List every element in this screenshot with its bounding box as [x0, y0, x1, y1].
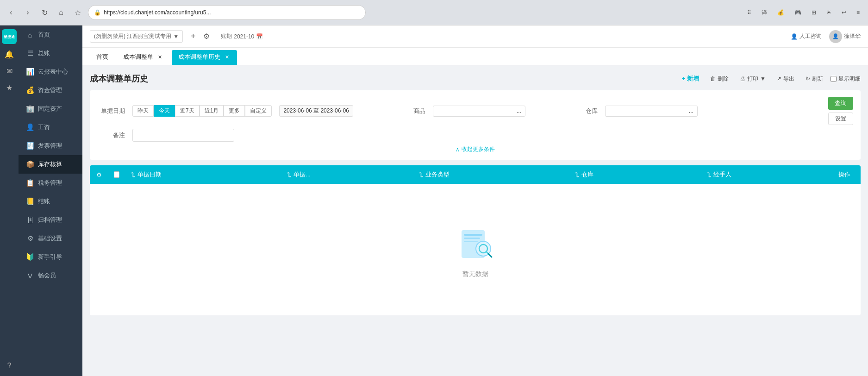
filter-row-remark: 备注 — [97, 129, 853, 142]
sidebar-label-tax: 税务管理 — [38, 179, 62, 187]
sort-warehouse-icon: ⇅ — [575, 171, 580, 178]
forward-button[interactable]: › — [21, 6, 34, 19]
th-num[interactable]: ⇅ 单据... — [281, 170, 413, 179]
sidebar-item-vip[interactable]: V 畅会员 — [19, 266, 82, 285]
sidebar-item-finance[interactable]: 💰 资金管理 — [19, 81, 82, 100]
sidebar-item-home[interactable]: ⌂ 首页 — [19, 25, 82, 44]
collapse-up-icon: ∧ — [456, 146, 460, 153]
sidebar-item-ledger[interactable]: ☰ 总账 — [19, 44, 82, 63]
consult-label: 人工咨询 — [799, 32, 822, 40]
extension-btn[interactable]: ⠿ — [743, 7, 755, 18]
consult-btn[interactable]: 👤 人工咨询 — [791, 32, 822, 40]
remark-input[interactable] — [132, 129, 234, 142]
empty-svg — [455, 221, 496, 263]
sidebar-label-home: 首页 — [38, 31, 50, 39]
date-btn-yesterday[interactable]: 昨天 — [132, 105, 154, 117]
query-button[interactable]: 查询 — [828, 97, 853, 110]
sidebar-item-reports[interactable]: 📊 云报表中心 — [19, 63, 82, 81]
th-warehouse[interactable]: ⇅ 仓库 — [569, 170, 701, 179]
add-button[interactable]: + 新增 — [678, 73, 703, 85]
wallet-btn[interactable]: 💰 — [774, 7, 788, 18]
date-btn-custom[interactable]: 自定义 — [245, 105, 272, 117]
workspace-selector[interactable]: (勿删勿禁用) 江西服宝测试专用 ▼ — [90, 30, 183, 43]
th-date[interactable]: ⇅ 单据日期 — [125, 170, 281, 179]
sidebar-item-archive[interactable]: 🗄 归档管理 — [19, 211, 82, 229]
tab-cost-adjustment-close[interactable]: ✕ — [156, 53, 163, 61]
goods-select[interactable]: ... — [433, 106, 525, 117]
notification-icon[interactable]: 🔔 — [3, 48, 16, 61]
undo-btn[interactable]: ↩ — [838, 7, 850, 18]
tab-cost-adjustment[interactable]: 成本调整单 ✕ — [117, 50, 170, 65]
date-btn-today[interactable]: 今天 — [154, 105, 175, 117]
refresh-button[interactable]: ↻ 刷新 — [802, 73, 827, 85]
print-button[interactable]: 🖨 打印 ▼ — [736, 73, 769, 85]
th-type[interactable]: ⇅ 业务类型 — [413, 170, 569, 179]
filter-row-date: 单据日期 昨天 今天 近7天 近1月 更多 自定义 2023-06-06 至 2… — [97, 97, 853, 125]
sidebar-item-inventory[interactable]: 📦 库存核算 — [19, 155, 82, 174]
reload-button[interactable]: ↻ — [38, 6, 51, 19]
game-btn[interactable]: 🎮 — [791, 7, 805, 18]
sidebar-label-settings: 基础设置 — [38, 234, 62, 243]
help-icon[interactable]: ? — [3, 359, 16, 372]
svg-rect-3 — [464, 241, 478, 242]
collapse-button[interactable]: ∧ 收起更多条件 — [456, 145, 495, 153]
add-workspace-btn[interactable]: + — [187, 30, 200, 43]
th-checkbox[interactable] — [108, 171, 125, 178]
date-btn-1month[interactable]: 近1月 — [200, 105, 224, 117]
reports-icon: 📊 — [26, 68, 34, 76]
sidebar-label-inventory: 库存核算 — [38, 160, 62, 169]
warehouse-filter-label: 仓库 — [570, 107, 598, 115]
sidebar-label-vip: 畅会员 — [38, 271, 56, 280]
th-handler[interactable]: ⇅ 经手人 — [701, 170, 833, 179]
sidebar-item-guide[interactable]: 🔰 新手引导 — [19, 248, 82, 266]
back-button[interactable]: ‹ — [5, 6, 18, 19]
page-actions: + 新增 🗑 删除 🖨 打印 ▼ ↗ 导出 ↻ — [678, 73, 861, 85]
date-range-display[interactable]: 2023-06-06 至 2023-06-06 — [279, 105, 353, 117]
delete-button[interactable]: 🗑 删除 — [706, 73, 732, 85]
sidebar-item-settings[interactable]: ⚙ 基础设置 — [19, 229, 82, 248]
sidebar-label-finance: 资金管理 — [38, 86, 62, 94]
sidebar: ⌂ 首页 ☰ 总账 📊 云报表中心 💰 资金管理 🏢 固定资产 👤 工资 🧾 发… — [19, 25, 82, 376]
settings-filter-button[interactable]: 设置 — [828, 113, 853, 125]
display-cols-checkbox-label[interactable]: 显示明细 — [831, 75, 861, 83]
filter-card: 单据日期 昨天 今天 近7天 近1月 更多 自定义 2023-06-06 至 2… — [90, 90, 861, 160]
sidebar-item-invoice[interactable]: 🧾 发票管理 — [19, 137, 82, 155]
date-btn-7days[interactable]: 近7天 — [175, 105, 200, 117]
brand-logo: 畅捷通 — [2, 29, 17, 44]
svg-line-7 — [488, 254, 492, 257]
select-all-checkbox[interactable] — [114, 171, 119, 178]
menu-btn[interactable]: ≡ — [853, 7, 863, 18]
warehouse-select[interactable]: ... — [605, 106, 698, 117]
page-title: 成本调整单历史 — [90, 73, 148, 84]
star-icon[interactable]: ★ — [3, 81, 16, 94]
gear-settings-icon[interactable]: ⚙ — [203, 32, 210, 41]
sidebar-label-close-accounts: 结账 — [38, 197, 50, 206]
sidebar-item-close-accounts[interactable]: 📒 结账 — [19, 192, 82, 211]
sidebar-label-invoice: 发票管理 — [38, 142, 62, 150]
address-bar[interactable]: 🔒 https://cloud.chanjet.com/accounting/u… — [88, 5, 366, 20]
calendar-icon: 📅 — [256, 33, 263, 40]
sidebar-item-salary[interactable]: 👤 工资 — [19, 118, 82, 137]
translate-btn[interactable]: 译 — [758, 7, 771, 19]
home-button[interactable]: ⌂ — [55, 6, 68, 19]
tab-cost-adjustment-history[interactable]: 成本调整单历史 ✕ — [172, 50, 237, 65]
sidebar-item-assets[interactable]: 🏢 固定资产 — [19, 100, 82, 118]
export-button[interactable]: ↗ 导出 — [773, 73, 798, 85]
period-selector[interactable]: 账期 2021-10 📅 — [221, 32, 263, 40]
display-cols-checkbox[interactable] — [831, 76, 837, 82]
user-info-btn[interactable]: 👤 徐泽华 — [829, 30, 861, 43]
sidebar-item-tax[interactable]: 📋 税务管理 — [19, 174, 82, 192]
th-settings[interactable]: ⚙ — [90, 171, 108, 178]
tab-home[interactable]: 首页 — [90, 50, 115, 65]
bookmark-button[interactable]: ☆ — [71, 6, 84, 19]
grid-btn[interactable]: ⊞ — [808, 7, 820, 18]
remark-filter-label: 备注 — [97, 131, 125, 139]
guide-icon: 🔰 — [26, 253, 34, 261]
message-icon[interactable]: ✉ — [3, 64, 16, 77]
header-right: 👤 人工咨询 👤 徐泽华 — [791, 30, 861, 43]
main-content: (勿删勿禁用) 江西服宝测试专用 ▼ + ⚙ 账期 2021-10 📅 👤 人工… — [82, 25, 868, 376]
settings-btn[interactable]: ☀ — [823, 7, 835, 18]
date-btn-more[interactable]: 更多 — [224, 105, 245, 117]
browser-right-tools: ⠿ 译 💰 🎮 ⊞ ☀ ↩ ≡ — [743, 7, 863, 19]
tab-cost-adjustment-history-close[interactable]: ✕ — [223, 53, 231, 61]
